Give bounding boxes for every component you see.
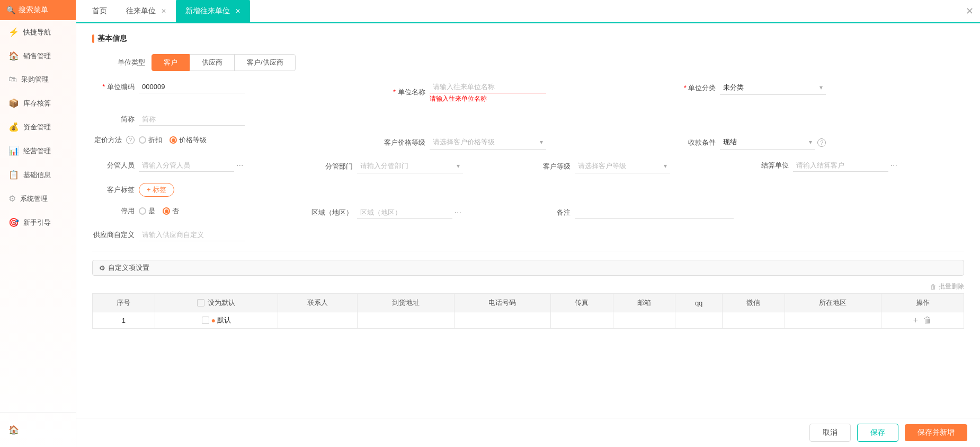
sidebar-item-operation[interactable]: 📊经营管理: [0, 139, 76, 163]
supplier-custom-input[interactable]: [139, 229, 245, 241]
batch-delete-area: 🗑 批量删除: [92, 282, 964, 291]
type-btn-both[interactable]: 客户/供应商: [235, 54, 296, 71]
sidebar-item-label-quick-nav: 快捷导航: [23, 28, 51, 37]
table-cell-0-8: [722, 312, 785, 329]
search-menu-label: 搜索菜单: [19, 5, 48, 15]
contact-table: 序号 设为默认 联系人到货地址电话号码传真邮箱qq微信所在地区操作 1 ● 默认…: [92, 293, 964, 329]
disable-yes-radio[interactable]: 是: [139, 206, 155, 216]
settlement-input[interactable]: [793, 159, 888, 172]
basic-icon: 📋: [8, 170, 19, 180]
tab-new-contact[interactable]: 新增往来单位✕: [176, 0, 250, 23]
table-header-9: 所在地区: [785, 294, 881, 312]
save-new-button[interactable]: 保存并新增: [905, 424, 967, 441]
row-add-button-0[interactable]: +: [912, 315, 920, 325]
region-input[interactable]: [357, 206, 452, 219]
customer-price-level-select[interactable]: 请选择客户价格等级 ▾: [430, 135, 546, 150]
unit-name-label: 单位名称: [383, 87, 425, 97]
tab-label-contacts: 往来单位: [126, 6, 156, 16]
department-select[interactable]: 请输入分管部门 ▾: [357, 159, 463, 173]
table-header-5: 传真: [551, 294, 613, 312]
manager-dots-button[interactable]: ···: [236, 161, 243, 170]
abbreviation-input[interactable]: [139, 113, 245, 126]
department-value: 请输入分管部门: [360, 161, 457, 171]
table-cell-0-0: 1: [93, 312, 155, 329]
table-header-6: 邮箱: [613, 294, 675, 312]
settlement-dots-button[interactable]: ···: [890, 161, 897, 170]
sidebar-item-newbie[interactable]: 🎯新手引导: [0, 211, 76, 234]
sidebar-item-label-sales: 销售管理: [23, 51, 51, 61]
tag-add-button[interactable]: + 标签: [139, 183, 174, 197]
row-checkbox-0[interactable]: [202, 317, 209, 324]
unit-name-input[interactable]: [430, 81, 546, 93]
sidebar-item-quick-nav[interactable]: ⚡快捷导航: [0, 20, 76, 44]
save-button[interactable]: 保存: [857, 424, 898, 442]
disable-no-radio[interactable]: 否: [163, 206, 179, 216]
tab-close-new-contact[interactable]: ✕: [235, 7, 240, 15]
payment-terms-field: 收款条件 现结 ▾ ?: [673, 135, 964, 150]
disable-no-label: 否: [172, 206, 179, 216]
sidebar-item-label-finance: 资金管理: [23, 122, 51, 132]
system-icon: ⚙: [8, 194, 16, 204]
pricing-discount-radio[interactable]: 折扣: [139, 135, 162, 145]
footer-bar: 取消 保存 保存并新增: [76, 418, 980, 447]
table-cell-0-4: [454, 312, 551, 329]
pricing-level-radio[interactable]: 价格等级: [170, 135, 207, 145]
type-btn-supplier[interactable]: 供应商: [190, 54, 235, 71]
title-bar-icon: [92, 34, 94, 43]
default-radio-label: 默认: [217, 315, 231, 325]
table-cell-0-10: + 🗑: [881, 312, 964, 329]
pricing-help-icon[interactable]: ?: [126, 136, 135, 144]
table-header-10: 操作: [881, 294, 964, 312]
payment-terms-help-icon[interactable]: ?: [817, 138, 826, 147]
unit-code-input[interactable]: [139, 81, 245, 93]
customer-level-value: 请选择客户等级: [578, 161, 664, 171]
section-title: 基本信息: [92, 34, 964, 43]
payment-terms-value: 现结: [723, 137, 809, 147]
unit-name-error: 请输入往来单位名称: [430, 94, 546, 103]
custom-settings-button[interactable]: ⚙ 自定义项设置: [92, 260, 964, 276]
sidebar-item-inventory[interactable]: 📦库存核算: [0, 91, 76, 115]
sidebar-item-purchase[interactable]: 🛍采购管理: [0, 68, 76, 91]
batch-delete-icon: 🗑: [930, 283, 937, 291]
unit-type-label: 单位类型: [92, 58, 145, 67]
sidebar-item-label-newbie: 新手引导: [23, 218, 51, 227]
department-field: 分管部门 请输入分管部门 ▾: [310, 159, 529, 173]
unit-category-field: 单位分类 未分类 ▾: [673, 81, 964, 95]
row-delete-button-0[interactable]: 🗑: [922, 315, 933, 325]
tab-home[interactable]: 首页: [83, 0, 117, 23]
tab-bar: 首页往来单位✕新增往来单位✕ ✕: [76, 0, 980, 23]
cancel-button[interactable]: 取消: [809, 424, 851, 442]
sidebar-item-home-icon[interactable]: 🏠: [0, 418, 76, 442]
region-dots-button[interactable]: ···: [455, 208, 461, 217]
table-header-7: qq: [675, 294, 723, 312]
manager-input[interactable]: [139, 159, 234, 172]
form-row-5: 客户标签 + 标签: [92, 183, 964, 197]
remark-input[interactable]: [575, 206, 734, 219]
form-row-6: 停用 是 否 区域（地区） ···: [92, 206, 964, 219]
batch-delete-label[interactable]: 批量删除: [939, 282, 964, 291]
sidebar-item-basic[interactable]: 📋基础信息: [0, 163, 76, 187]
supplier-custom-label: 供应商自定义: [92, 230, 135, 240]
table-cell-0-2: [278, 312, 358, 329]
disable-field: 停用 是 否: [92, 206, 310, 216]
select-all-checkbox[interactable]: [197, 299, 204, 306]
finance-icon: 💰: [8, 122, 19, 132]
type-btn-customer[interactable]: 客户: [152, 54, 190, 71]
unit-category-select[interactable]: 未分类 ▾: [720, 81, 826, 95]
customer-tag-label: 客户标签: [92, 185, 135, 195]
table-cell-0-3: [358, 312, 455, 329]
tab-close-contacts[interactable]: ✕: [161, 7, 166, 15]
custom-settings-label: 自定义项设置: [108, 263, 149, 273]
manager-label: 分管人员: [92, 161, 135, 170]
customer-level-select[interactable]: 请选择客户等级 ▾: [575, 159, 670, 173]
table-cell-0-6: [613, 312, 675, 329]
remark-field: 备注: [528, 206, 746, 219]
sidebar-item-sales[interactable]: 🏠销售管理: [0, 44, 76, 68]
sidebar-item-system[interactable]: ⚙系统管理: [0, 187, 76, 211]
payment-terms-select[interactable]: 现结 ▾: [720, 135, 815, 150]
tab-contacts[interactable]: 往来单位✕: [117, 0, 176, 23]
close-all-tabs-button[interactable]: ✕: [966, 5, 974, 17]
sidebar-item-finance[interactable]: 💰资金管理: [0, 115, 76, 139]
search-menu-button[interactable]: 🔍 搜索菜单: [0, 0, 76, 20]
pricing-discount-circle: [139, 136, 146, 144]
